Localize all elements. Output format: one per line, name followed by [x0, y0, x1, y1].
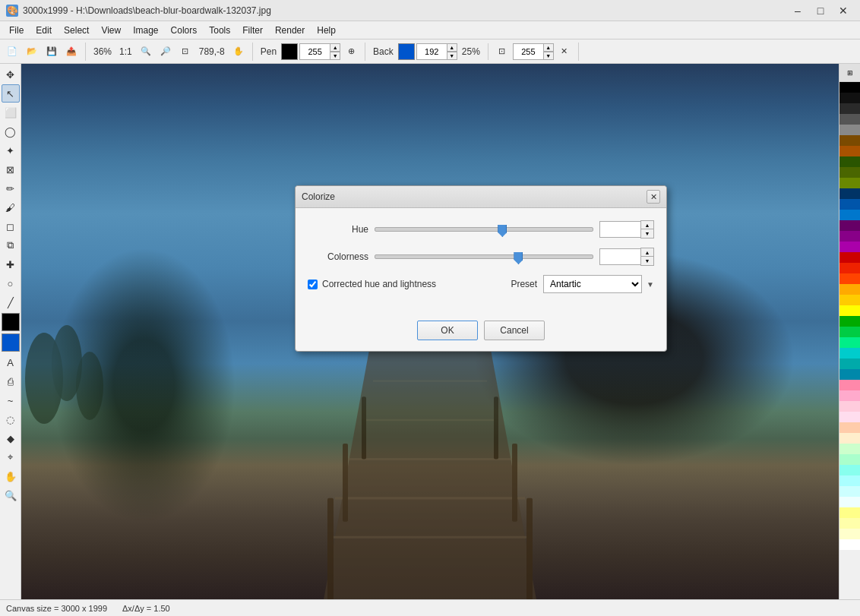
tool-zoom[interactable]: 🔍	[2, 486, 20, 504]
color-peach[interactable]	[839, 422, 860, 433]
color-lightyellow[interactable]	[839, 507, 860, 518]
hue-value-up[interactable]: ▲	[641, 221, 653, 229]
color-pink[interactable]	[839, 380, 860, 390]
brush-mode-btn[interactable]: ⊡	[493, 43, 511, 61]
color-aquamint[interactable]	[839, 454, 860, 465]
color-paleyellow[interactable]	[839, 518, 860, 529]
hue-slider-track[interactable]	[375, 227, 593, 232]
colorness-value-up[interactable]: ▲	[641, 248, 653, 257]
menu-filter[interactable]: Filter	[236, 24, 269, 37]
tool-stamp[interactable]: ⎙	[2, 372, 20, 390]
tool-pointer[interactable]: ↖	[2, 84, 20, 103]
background-color-block[interactable]	[2, 333, 20, 352]
toolbar-export-btn[interactable]: 📤	[62, 43, 81, 61]
menu-view[interactable]: View	[95, 24, 127, 37]
menu-file[interactable]: File	[3, 24, 30, 37]
color-orange[interactable]	[839, 284, 860, 295]
preset-select[interactable]: Antartic Sunset Vintage Cool Blue Warm R…	[543, 275, 642, 293]
color-mint[interactable]	[839, 327, 860, 337]
ok-button[interactable]: OK	[417, 321, 478, 340]
toolbar-save-btn[interactable]: 💾	[43, 43, 61, 61]
tool-heal[interactable]: ✚	[2, 255, 20, 273]
color-cerulean[interactable]	[839, 369, 860, 380]
tool-rect-select[interactable]: ⬜	[2, 103, 20, 122]
pen-options-btn[interactable]: ⊕	[342, 43, 360, 61]
tool-brush[interactable]: 🖌	[2, 198, 20, 216]
tool-move[interactable]: ✥	[2, 65, 20, 84]
menu-render[interactable]: Render	[269, 24, 311, 37]
tool-hand[interactable]: ✋	[2, 467, 20, 485]
pen-value-input[interactable]	[299, 43, 330, 60]
foreground-color-block[interactable]	[2, 313, 20, 331]
maximize-button[interactable]: □	[810, 2, 831, 19]
color-black[interactable]	[839, 82, 860, 93]
color-darkgray2[interactable]	[839, 103, 860, 114]
color-green[interactable]	[839, 167, 860, 178]
tool-text[interactable]: A	[2, 353, 20, 371]
back-value-input[interactable]	[416, 43, 447, 60]
brush-size-input[interactable]	[513, 43, 543, 60]
color-medblue[interactable]	[839, 210, 860, 220]
menu-image[interactable]: Image	[127, 24, 164, 37]
tool-pencil[interactable]: ✏	[2, 179, 20, 197]
color-blush[interactable]	[839, 401, 860, 412]
color-purple[interactable]	[839, 231, 860, 242]
color-yellow[interactable]	[839, 305, 860, 316]
back-color-swatch[interactable]	[398, 43, 415, 60]
close-button[interactable]: ✕	[833, 2, 854, 19]
color-darkgray1[interactable]	[839, 93, 860, 103]
color-magenta[interactable]	[839, 242, 860, 252]
color-brown[interactable]	[839, 135, 860, 146]
color-gray[interactable]	[839, 114, 860, 125]
color-lightpeach[interactable]	[839, 433, 860, 444]
zoom-fit-btn[interactable]: ⊡	[176, 43, 194, 61]
colorness-value-down[interactable]: ▼	[641, 257, 653, 265]
menu-tools[interactable]: Tools	[203, 24, 236, 37]
menu-help[interactable]: Help	[311, 24, 342, 37]
pen-value-up[interactable]: ▲	[330, 43, 340, 52]
colorness-value-input[interactable]: 0.659	[599, 248, 640, 265]
tool-measure[interactable]: ⌖	[2, 448, 20, 466]
tool-crop[interactable]: ⊠	[2, 160, 20, 178]
brush-size-down[interactable]: ▼	[543, 52, 554, 60]
zoom-in-btn[interactable]: 🔍	[137, 43, 155, 61]
tool-eraser[interactable]: ◻	[2, 217, 20, 235]
color-red[interactable]	[839, 263, 860, 273]
color-aqua[interactable]	[839, 465, 860, 475]
hue-value-input[interactable]: 210.7	[599, 221, 640, 238]
toolbar-new-btn[interactable]: 📄	[3, 43, 21, 61]
color-blue[interactable]	[839, 199, 860, 210]
minimize-button[interactable]: –	[787, 2, 808, 19]
color-orange-red[interactable]	[839, 273, 860, 284]
color-brightgreen[interactable]	[839, 316, 860, 327]
menu-colors[interactable]: Colors	[165, 24, 204, 37]
corrected-hue-checkbox[interactable]	[308, 280, 318, 289]
color-darkbrown[interactable]	[839, 146, 860, 156]
color-lime[interactable]	[839, 178, 860, 188]
color-lightmint[interactable]	[839, 444, 860, 454]
menu-select[interactable]: Select	[58, 24, 95, 37]
cancel-button[interactable]: Cancel	[484, 321, 545, 340]
color-darkpurple[interactable]	[839, 220, 860, 231]
color-midgray[interactable]	[839, 125, 860, 135]
tool-dodge[interactable]: ○	[2, 274, 20, 292]
tool-wand[interactable]: ✦	[2, 141, 20, 160]
color-lightcyan[interactable]	[839, 475, 860, 486]
colorness-slider-thumb[interactable]	[514, 249, 523, 264]
color-teal[interactable]	[839, 348, 860, 359]
tool-blur[interactable]: ◌	[2, 410, 20, 428]
brush-reset-btn[interactable]: ✕	[555, 43, 574, 61]
pen-value-down[interactable]: ▼	[330, 52, 340, 60]
color-white[interactable]	[839, 539, 860, 550]
color-darkblue[interactable]	[839, 188, 860, 199]
tool-smudge[interactable]: ~	[2, 391, 20, 409]
color-yellow-orange[interactable]	[839, 295, 860, 305]
menu-edit[interactable]: Edit	[30, 24, 58, 37]
brush-size-up[interactable]: ▲	[543, 43, 554, 52]
color-darkred[interactable]	[839, 252, 860, 263]
zoom-out-btn[interactable]: 🔎	[157, 43, 175, 61]
hue-slider-thumb[interactable]	[498, 222, 507, 237]
color-darkgreen[interactable]	[839, 156, 860, 167]
color-cream[interactable]	[839, 529, 860, 539]
color-verylightblue[interactable]	[839, 497, 860, 507]
